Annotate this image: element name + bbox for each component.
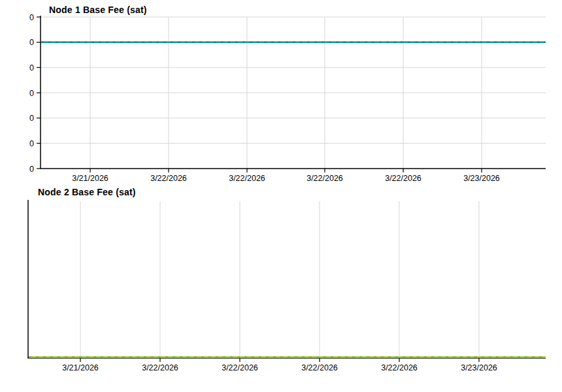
x-tick-label: 3/22/2026: [142, 363, 178, 372]
y-tick-label: 0: [29, 63, 34, 73]
x-tick-label: 3/22/2026: [306, 174, 343, 183]
x-tick-label: 3/23/2026: [463, 174, 500, 183]
x-tick-label: 3/22/2026: [229, 174, 265, 183]
x-tick-label: 3/21/2026: [72, 174, 108, 183]
y-tick-label: 0: [29, 165, 34, 174]
charts-canvas: 00000003/21/20263/22/20263/22/20263/22/2…: [0, 0, 562, 392]
y-tick-label: 0: [29, 89, 34, 98]
fee-charts-page: Node 1 Base Fee (sat) Node 2 Base Fee (s…: [0, 0, 562, 392]
x-tick-label: 3/23/2026: [461, 363, 497, 372]
y-tick-label: 0: [29, 114, 34, 123]
x-tick-label: 3/22/2026: [385, 174, 422, 183]
x-tick-label: 3/22/2026: [301, 363, 338, 372]
x-tick-label: 3/22/2026: [222, 363, 258, 372]
x-tick-label: 3/21/2026: [62, 363, 99, 372]
x-tick-label: 3/22/2026: [381, 363, 418, 372]
x-tick-label: 3/22/2026: [150, 174, 187, 183]
y-tick-label: 0: [29, 13, 34, 22]
y-tick-label: 0: [29, 38, 34, 47]
y-tick-label: 0: [29, 139, 34, 148]
